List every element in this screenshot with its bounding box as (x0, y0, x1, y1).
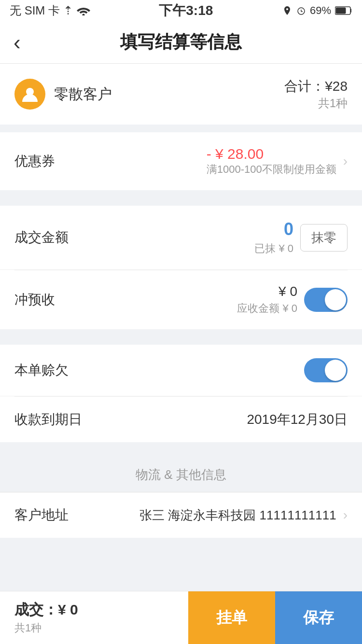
amount-right: 0 已抹 ¥ 0 抹零 (254, 219, 348, 256)
amount-value-wrap: 0 已抹 ¥ 0 (254, 219, 293, 256)
debt-section: 本单赊欠 收款到期日 2019年12月30日 (0, 345, 362, 442)
due-date-value: 2019年12月30日 (247, 410, 348, 429)
battery-icon (335, 6, 352, 15)
hang-button[interactable]: 挂单 (188, 591, 275, 644)
bottom-deal-label: 成交： (14, 602, 58, 617)
address-section: 客户地址 张三 海淀永丰科技园 11111111111 › (0, 492, 362, 538)
precharge-value: ¥ 0 (278, 284, 297, 299)
amount-row: 成交金额 0 已抹 ¥ 0 抹零 (0, 206, 362, 270)
coupon-sub: 满1000-100不限制使用金额 (207, 162, 336, 177)
location-icon (282, 5, 292, 16)
wifi-icon (77, 6, 90, 15)
coupon-label: 优惠券 (14, 152, 55, 170)
debt-right (304, 358, 348, 382)
precharge-right: ¥ 0 应收金额 ¥ 0 (237, 284, 348, 316)
bottom-info: 成交：¥ 0 共1种 (0, 600, 188, 635)
precharge-label: 冲预收 (14, 291, 55, 309)
logistics-header: 物流 & 其他信息 (0, 458, 362, 492)
precharge-sub: 应收金额 ¥ 0 (237, 301, 297, 316)
save-button[interactable]: 保存 (275, 591, 362, 644)
status-bar: 无 SIM 卡 ⇡ 下午3:18 69% (0, 0, 362, 21)
divider-1 (0, 198, 362, 206)
bottom-deal-value: ¥ 0 (58, 602, 78, 617)
address-row[interactable]: 客户地址 张三 海淀永丰科技园 11111111111 › (0, 492, 362, 538)
coupon-right: - ¥ 28.00 满1000-100不限制使用金额 › (207, 146, 348, 177)
back-button[interactable]: ‹ (14, 30, 21, 55)
svg-rect-5 (335, 8, 346, 14)
bottom-deal: 成交：¥ 0 (14, 600, 174, 620)
amount-value: 0 (254, 219, 293, 239)
due-date-label: 收款到期日 (14, 410, 82, 429)
sim-status: 无 SIM 卡 ⇡ (10, 3, 73, 18)
alarm-icon (296, 6, 306, 15)
status-time: 下午3:18 (159, 1, 213, 20)
amount-sub: 已抹 ¥ 0 (254, 241, 293, 256)
debt-row: 本单赊欠 (0, 345, 362, 396)
divider-3 (0, 450, 362, 458)
address-right: 张三 海淀永丰科技园 11111111111 › (139, 507, 348, 524)
due-date-row: 收款到期日 2019年12月30日 (0, 397, 362, 442)
coupon-row[interactable]: 优惠券 - ¥ 28.00 满1000-100不限制使用金额 › (0, 132, 362, 190)
customer-section: 零散客户 合计：¥28 共1种 (0, 64, 362, 125)
customer-info: 零散客户 (14, 79, 112, 110)
address-value: 张三 海淀永丰科技园 11111111111 (139, 507, 336, 524)
divider-2 (0, 337, 362, 345)
debt-toggle[interactable] (304, 358, 348, 382)
precharge-values: ¥ 0 应收金额 ¥ 0 (237, 284, 297, 316)
battery-text: 69% (310, 4, 331, 17)
round-button[interactable]: 抹零 (300, 224, 348, 252)
address-chevron: › (343, 507, 348, 523)
coupon-value: - ¥ 28.00 (207, 146, 336, 162)
bottom-bar: 成交：¥ 0 共1种 挂单 保存 (0, 591, 362, 644)
main-content: 零散客户 合计：¥28 共1种 优惠券 - ¥ 28.00 满1000-100不… (0, 64, 362, 603)
svg-point-0 (82, 14, 84, 16)
customer-avatar (14, 79, 45, 110)
amount-section: 成交金额 0 已抹 ¥ 0 抹零 冲预收 ¥ 0 应收金额 ¥ 0 (0, 206, 362, 329)
nav-bar: ‹ 填写结算等信息 (0, 21, 362, 64)
avatar-icon (20, 84, 40, 104)
customer-name: 零散客户 (54, 84, 112, 104)
coupon-chevron: › (343, 154, 348, 169)
status-right: 69% (282, 4, 352, 17)
customer-summary: 合计：¥28 共1种 (284, 77, 348, 111)
status-left: 无 SIM 卡 ⇡ (10, 3, 90, 18)
logistics-label: 物流 & 其他信息 (136, 467, 226, 482)
customer-row: 零散客户 合计：¥28 共1种 (0, 64, 362, 125)
coupon-section: 优惠券 - ¥ 28.00 满1000-100不限制使用金额 › (0, 132, 362, 190)
coupon-value-wrap: - ¥ 28.00 满1000-100不限制使用金额 (207, 146, 336, 177)
amount-label: 成交金额 (14, 228, 69, 247)
customer-count: 共1种 (284, 96, 348, 111)
precharge-row: 冲预收 ¥ 0 应收金额 ¥ 0 (0, 270, 362, 329)
precharge-toggle[interactable] (304, 288, 348, 312)
nav-title: 填写结算等信息 (120, 30, 242, 54)
bottom-count: 共1种 (14, 621, 174, 635)
customer-total: 合计：¥28 (284, 77, 348, 96)
address-label: 客户地址 (14, 506, 69, 524)
debt-label: 本单赊欠 (14, 361, 69, 379)
